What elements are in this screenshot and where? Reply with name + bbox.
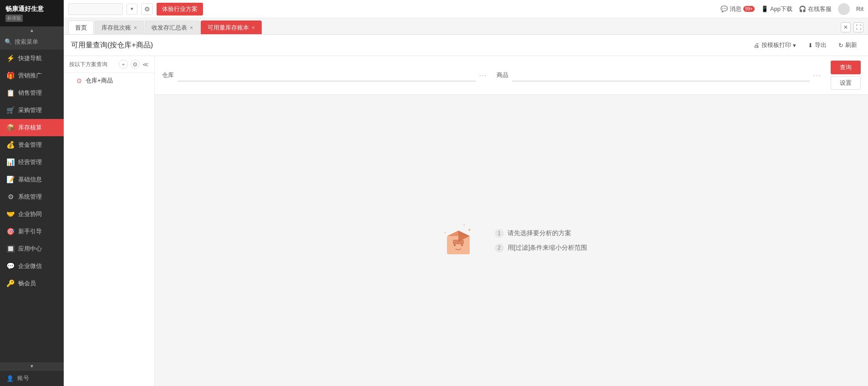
- sidebar-label-operations: 经营管理: [18, 158, 42, 166]
- sidebar-icon-system: ⚙: [6, 193, 15, 201]
- tab-home[interactable]: 首页: [68, 21, 94, 34]
- tip-num-1: 1: [495, 229, 504, 238]
- export-label: 导出: [815, 41, 827, 49]
- header-gear-btn[interactable]: ⚙: [141, 3, 153, 15]
- sidebar-label-purchase: 采购管理: [18, 106, 42, 114]
- svg-rect-3: [453, 240, 464, 244]
- close-tab-btn[interactable]: ✕: [841, 22, 851, 32]
- sidebar-item-inventory[interactable]: 📦库存核算: [0, 119, 64, 136]
- warehouse-input[interactable]: [178, 69, 476, 82]
- tab-close-batch-ledger[interactable]: ×: [134, 25, 137, 31]
- tab-close-available-ledger[interactable]: ×: [252, 25, 255, 31]
- product-more-btn[interactable]: ···: [813, 72, 822, 79]
- sidebar-item-enterprise[interactable]: 🤝企业协同: [0, 206, 64, 223]
- svg-point-4: [454, 244, 456, 246]
- tab-close-collect-summary[interactable]: ×: [190, 25, 193, 31]
- filter-add-btn[interactable]: +: [119, 60, 128, 69]
- tab-batch-ledger[interactable]: 库存批次账×: [95, 21, 144, 34]
- sidebar-search[interactable]: 🔍 搜索菜单: [0, 34, 64, 50]
- sidebar-label-marketing: 营销推广: [18, 72, 42, 80]
- refresh-btn[interactable]: ↻ 刷新: [835, 39, 861, 51]
- sidebar-logo: 畅康通好生意 标准版: [0, 0, 64, 26]
- print-dropdown-icon: ▾: [793, 42, 796, 49]
- header-search-input[interactable]: [68, 3, 123, 15]
- sidebar-item-marketing[interactable]: 🎁营销推广: [0, 67, 64, 84]
- sidebar-icon-app-center: 🔲: [6, 245, 15, 253]
- sidebar-icon-inventory: 📦: [6, 124, 15, 132]
- tab-label-home: 首页: [75, 24, 87, 32]
- sidebar-icon-membership: 🔑: [6, 279, 15, 288]
- service-icon: 🎧: [799, 5, 806, 12]
- tabs-bar: 首页库存批次账×收发存汇总表×可用量库存账本× ✕ ⛶: [64, 18, 868, 35]
- sidebar-item-system[interactable]: ⚙系统管理: [0, 188, 64, 206]
- sidebar-icon-finance: 💰: [6, 141, 15, 149]
- tabs-actions: ✕ ⛶: [841, 22, 863, 32]
- empty-illustration: ✦ ✦ ✦: [436, 218, 481, 263]
- sidebar-scroll-down[interactable]: ▼: [0, 362, 64, 370]
- page-title: 可用量查询(按仓库+商品): [71, 41, 153, 50]
- print-btn[interactable]: 🖨 按模板打印 ▾: [750, 39, 800, 51]
- tip-text-2: 用[过滤]条件来缩小分析范围: [508, 244, 588, 252]
- sidebar-label-quick-nav: 快捷导航: [18, 54, 42, 62]
- online-service-btn[interactable]: 🎧 在线客服: [799, 5, 832, 13]
- sidebar-item-purchase[interactable]: 🛒采购管理: [0, 102, 64, 119]
- filter-collapse-btn[interactable]: ≪: [142, 61, 149, 68]
- header-dropdown-btn[interactable]: ▾: [127, 4, 137, 15]
- sidebar-icon-marketing: 🎁: [6, 72, 15, 80]
- sidebar-item-quick-nav[interactable]: ⚡快捷导航: [0, 50, 64, 67]
- filter-item-icon: ⊙: [76, 77, 82, 84]
- msg-label: 消息: [730, 5, 741, 13]
- filter-panel: 按以下方案查询 + ⚙ ≪ ⊙ 仓库+商品: [64, 56, 155, 386]
- tab-collect-summary[interactable]: 收发存汇总表×: [145, 21, 200, 34]
- sidebar-label-app-center: 应用中心: [18, 245, 42, 253]
- sidebar-icon-operations: 📊: [6, 158, 15, 166]
- sidebar-label-finance: 资金管理: [18, 141, 42, 149]
- warehouse-more-btn[interactable]: ···: [479, 72, 487, 79]
- sidebar-item-membership[interactable]: 🔑畅会员: [0, 275, 64, 292]
- filter-settings-btn[interactable]: ⚙: [131, 60, 140, 69]
- tab-available-ledger[interactable]: 可用量库存账本×: [201, 21, 262, 34]
- sidebar-icon-sales: 📋: [6, 89, 15, 97]
- empty-tips: 1 请先选择要分析的方案 2 用[过滤]条件来缩小分析范围: [495, 229, 588, 252]
- sidebar-item-finance[interactable]: 💰资金管理: [0, 136, 64, 154]
- sidebar-item-app-center[interactable]: 🔲应用中心: [0, 240, 64, 257]
- sidebar-bottom[interactable]: 👤 账号: [0, 370, 64, 386]
- sidebar: 畅康通好生意 标准版 ▲ 🔍 搜索菜单 ⚡快捷导航🎁营销推广📋销售管理🛒采购管理…: [0, 0, 64, 386]
- top-header: ▾ ⚙ 体验行业方案 💬 消息 99+ 📱 App下载 🎧 在线客服 Rit: [64, 0, 868, 18]
- sidebar-item-wechat[interactable]: 💬企业微信: [0, 257, 64, 275]
- export-btn[interactable]: ⬇ 导出: [804, 39, 830, 51]
- messages-btn[interactable]: 💬 消息 99+: [721, 5, 755, 13]
- user-avatar[interactable]: [838, 3, 850, 15]
- warehouse-label: 仓库: [162, 71, 174, 79]
- sidebar-label-membership: 畅会员: [18, 279, 36, 288]
- refresh-label: 刷新: [845, 41, 857, 49]
- main-area: ▾ ⚙ 体验行业方案 💬 消息 99+ 📱 App下载 🎧 在线客服 Rit 首…: [64, 0, 868, 386]
- page-actions: 🖨 按模板打印 ▾ ⬇ 导出 ↻ 刷新: [750, 39, 861, 51]
- product-label: 商品: [497, 71, 508, 79]
- trial-btn[interactable]: 体验行业方案: [157, 3, 203, 15]
- filter-header-label: 按以下方案查询: [69, 61, 107, 68]
- export-icon: ⬇: [808, 42, 813, 49]
- app-download-btn[interactable]: 📱 App下载: [761, 5, 792, 13]
- settings-button[interactable]: 设置: [831, 76, 861, 90]
- query-button[interactable]: 查询: [831, 61, 861, 74]
- app-download-label: App下载: [770, 5, 792, 13]
- filter-item-warehouse-product[interactable]: ⊙ 仓库+商品: [64, 73, 154, 88]
- sidebar-scroll-up[interactable]: ▲: [0, 26, 64, 34]
- service-label: 在线客服: [808, 5, 832, 13]
- sidebar-icon-wechat: 💬: [6, 262, 15, 270]
- product-input[interactable]: [512, 69, 810, 82]
- svg-text:✦: ✦: [463, 224, 465, 226]
- sidebar-icon-enterprise: 🤝: [6, 210, 15, 218]
- sidebar-item-basic-info[interactable]: 📝基础信息: [0, 171, 64, 188]
- svg-point-5: [461, 244, 463, 246]
- print-icon: 🖨: [754, 42, 760, 49]
- sidebar-label-wechat: 企业微信: [18, 262, 42, 270]
- sidebar-item-sales[interactable]: 📋销售管理: [0, 84, 64, 102]
- empty-tip-2: 2 用[过滤]条件来缩小分析范围: [495, 243, 588, 252]
- expand-tab-btn[interactable]: ⛶: [853, 22, 863, 32]
- tab-label-batch-ledger: 库存批次账: [102, 24, 131, 32]
- sidebar-item-newbie[interactable]: 🎯新手引导: [0, 223, 64, 240]
- sidebar-item-operations[interactable]: 📊经营管理: [0, 154, 64, 171]
- sidebar-items: ⚡快捷导航🎁营销推广📋销售管理🛒采购管理📦库存核算💰资金管理📊经营管理📝基础信息…: [0, 50, 64, 362]
